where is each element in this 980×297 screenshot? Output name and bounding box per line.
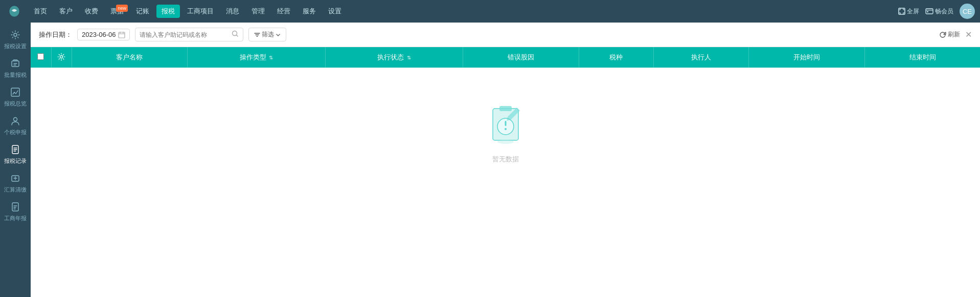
svg-point-18	[505, 128, 507, 130]
nav-item-报税[interactable]: 报税	[156, 5, 180, 18]
sidebar: 报税设置 批量报税 报税总览 个税申报 报税记录 汇算清缴 工商年报	[0, 23, 31, 297]
select-all-checkbox[interactable]	[37, 53, 44, 60]
main-layout: 报税设置 批量报税 报税总览 个税申报 报税记录 汇算清缴 工商年报 操作日期：…	[0, 23, 980, 297]
th-error-reason: 错误股因	[463, 47, 579, 68]
refresh-icon	[939, 31, 946, 38]
sidebar-item-annual-report[interactable]: 工商年报	[0, 198, 31, 226]
filter-button[interactable]: 筛选	[248, 28, 286, 41]
data-table: 客户名称 操作类型 ⇅ 执行状态 ⇅ 错误股因 税种 执行人 开始时间 结束时间	[31, 47, 980, 68]
th-start-time: 开始时间	[749, 47, 865, 68]
svg-point-16	[497, 118, 514, 135]
toolbar: 操作日期： 2023-06-06	[31, 23, 980, 47]
date-value: 2023-06-06	[82, 31, 116, 38]
th-end-time: 结束时间	[865, 47, 980, 68]
sidebar-item-label: 批量报税	[4, 71, 27, 79]
th-checkbox	[31, 47, 51, 68]
nav-item-记账[interactable]: 记账	[131, 5, 154, 18]
sidebar-item-label: 个税申报	[4, 129, 27, 136]
th-executor: 执行人	[653, 47, 748, 68]
sidebar-item-settlement[interactable]: 汇算清缴	[0, 169, 31, 198]
table-container: 客户名称 操作类型 ⇅ 执行状态 ⇅ 错误股因 税种 执行人 开始时间 结束时间	[31, 47, 980, 297]
table-header: 客户名称 操作类型 ⇅ 执行状态 ⇅ 错误股因 税种 执行人 开始时间 结束时间	[31, 47, 980, 68]
nav-item-工商项目[interactable]: 工商项目	[182, 5, 219, 18]
svg-rect-0	[899, 8, 905, 14]
tax-settings-icon	[10, 30, 20, 41]
nav-item-票据[interactable]: 票据new	[105, 5, 129, 18]
search-box	[135, 28, 243, 41]
user-avatar[interactable]: CE	[960, 4, 975, 19]
th-gear	[51, 47, 72, 68]
personal-tax-icon	[10, 116, 20, 127]
nav-item-设置[interactable]: 设置	[323, 5, 347, 18]
member-btn[interactable]: 畅会员	[925, 7, 953, 16]
svg-rect-2	[927, 11, 928, 12]
date-picker[interactable]: 2023-06-06	[77, 29, 130, 40]
empty-illustration	[480, 98, 531, 150]
sidebar-item-label: 报税总览	[4, 100, 27, 108]
nav-item-收费[interactable]: 收费	[80, 5, 103, 18]
svg-point-19	[497, 140, 514, 144]
nav-items: 首页客户收费票据new记账报税工商项目消息管理经营服务设置	[29, 5, 898, 18]
annual-report-icon	[10, 202, 20, 213]
svg-rect-10	[119, 32, 125, 38]
nav-item-管理[interactable]: 管理	[246, 5, 270, 18]
settlement-icon	[10, 173, 20, 184]
date-label: 操作日期：	[39, 30, 72, 39]
gear-icon	[57, 53, 65, 61]
nav-item-消息[interactable]: 消息	[221, 5, 244, 18]
svg-rect-1	[926, 9, 933, 14]
top-nav: 首页客户收费票据new记账报税工商项目消息管理经营服务设置 全屏 畅会员 CE	[0, 0, 980, 23]
sidebar-item-label: 报税设置	[4, 43, 27, 50]
search-input[interactable]	[135, 29, 227, 40]
nav-item-经营[interactable]: 经营	[272, 5, 295, 18]
content: 操作日期： 2023-06-06	[31, 23, 980, 297]
close-button[interactable]: ✕	[965, 30, 972, 39]
empty-text: 暂无数据	[492, 155, 519, 164]
th-tax-type: 税种	[579, 47, 653, 68]
svg-rect-15	[499, 106, 512, 111]
sidebar-item-tax-records[interactable]: 报税记录	[0, 140, 31, 169]
svg-rect-5	[11, 88, 19, 96]
search-button[interactable]	[227, 28, 243, 41]
th-customer-name: 客户名称	[72, 47, 188, 68]
refresh-button[interactable]: 刷新	[939, 30, 960, 39]
chevron-down-icon	[276, 32, 281, 37]
svg-point-12	[60, 55, 63, 58]
sidebar-item-label: 报税记录	[4, 157, 27, 165]
top-nav-right: 全屏 畅会员 CE	[898, 4, 975, 19]
th-exec-status[interactable]: 执行状态 ⇅	[325, 47, 463, 68]
calendar-icon	[118, 31, 125, 38]
sidebar-item-label: 工商年报	[4, 215, 27, 222]
fullscreen-btn[interactable]: 全屏	[898, 7, 919, 16]
sidebar-item-label: 汇算清缴	[4, 186, 27, 194]
th-op-type[interactable]: 操作类型 ⇅	[188, 47, 325, 68]
svg-rect-9	[12, 203, 18, 211]
empty-state: 暂无数据	[31, 68, 980, 195]
svg-rect-17	[505, 121, 506, 126]
sidebar-item-tax-settings[interactable]: 报税设置	[0, 26, 31, 54]
nav-item-首页[interactable]: 首页	[29, 5, 52, 18]
filter-icon	[254, 32, 260, 38]
batch-tax-icon	[10, 58, 20, 70]
nav-item-服务[interactable]: 服务	[298, 5, 321, 18]
svg-point-6	[14, 118, 17, 121]
svg-point-3	[14, 33, 17, 36]
logo	[5, 2, 24, 20]
toolbar-right: 刷新 ✕	[939, 30, 972, 39]
nav-item-客户[interactable]: 客户	[54, 5, 78, 18]
tax-overview-icon	[10, 87, 20, 98]
tax-records-icon	[10, 144, 20, 156]
sidebar-item-personal-tax[interactable]: 个税申报	[0, 112, 31, 140]
sidebar-item-batch-tax[interactable]: 批量报税	[0, 54, 31, 83]
sidebar-item-tax-overview[interactable]: 报税总览	[0, 83, 31, 112]
nav-badge: new	[116, 5, 128, 12]
